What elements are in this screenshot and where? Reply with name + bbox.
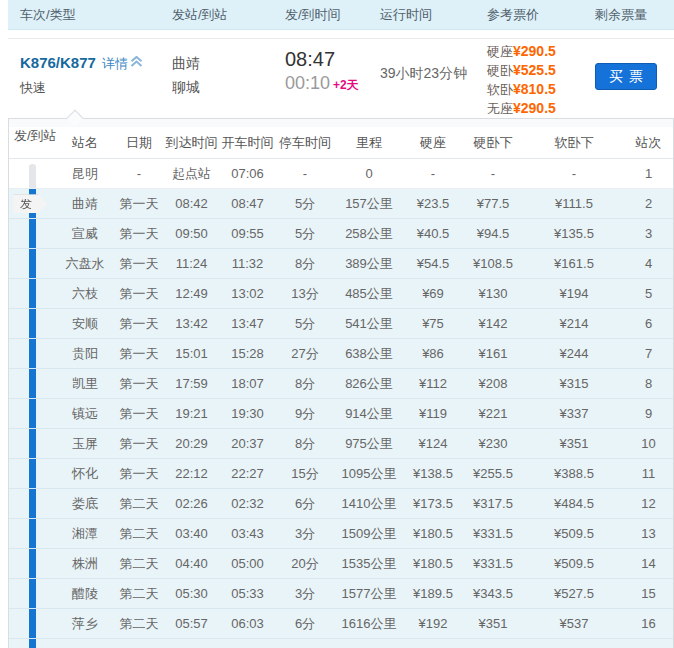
timeline-cell — [9, 609, 56, 638]
hard-seat-price-cell: ¥124 — [404, 436, 462, 451]
timeline-cell — [9, 459, 56, 488]
timeline-cell — [9, 519, 56, 548]
hard-seat-price-cell: ¥138.5 — [404, 466, 462, 481]
stop-seq-cell: 2 — [624, 196, 673, 211]
station-name-cell: 株洲 — [56, 555, 114, 573]
timetable-rows: 昆明-起点站07:06-0---1发曲靖第一天08:4208:475分157公里… — [9, 159, 673, 639]
stop-duration-cell: 8分 — [276, 375, 334, 393]
hard-sleeper-price-cell: ¥317.5 — [462, 496, 524, 511]
arrive-time-cell: 22:12 — [164, 466, 219, 481]
stop-duration-cell: 6分 — [276, 495, 334, 513]
stop-duration-cell: 8分 — [276, 255, 334, 273]
hard-seat-price-cell: ¥75 — [404, 316, 462, 331]
station-row: 萍乡第二天05:5706:036分1616公里¥192¥351¥53716 — [9, 609, 673, 639]
hard-seat-price-cell: ¥119 — [404, 406, 462, 421]
hard-sleeper-price-cell: ¥351 — [462, 616, 524, 631]
day-cell: 第一天 — [114, 405, 164, 423]
soft-sleeper-price-cell: ¥161.5 — [524, 256, 624, 271]
timeline-cell — [9, 219, 56, 248]
stop-duration-cell: 5分 — [276, 225, 334, 243]
departure-badge: 发 — [13, 194, 47, 213]
arrive-time-cell: 08:42 — [164, 196, 219, 211]
chevron-up-icon[interactable] — [130, 53, 143, 71]
arrive-time-cell: 05:57 — [164, 616, 219, 631]
stop-seq-cell: 6 — [624, 316, 673, 331]
station-name-cell: 醴陵 — [56, 585, 114, 603]
distance-cell: 157公里 — [334, 195, 404, 213]
stop-duration-cell: 9分 — [276, 405, 334, 423]
hard-seat-price-cell: ¥54.5 — [404, 256, 462, 271]
hard-sleeper-price-cell: ¥331.5 — [462, 556, 524, 571]
soft-sleeper-price-cell: ¥135.5 — [524, 226, 624, 241]
day-cell: 第二天 — [114, 525, 164, 543]
day-cell: 第二天 — [114, 495, 164, 513]
stop-seq-cell: 8 — [624, 376, 673, 391]
station-row: 宣威第一天09:5009:555分258公里¥40.5¥94.5¥135.53 — [9, 219, 673, 249]
hard-seat-price-cell: ¥180.5 — [404, 526, 462, 541]
station-row: 贵阳第一天15:0115:2827分638公里¥86¥161¥2447 — [9, 339, 673, 369]
stop-duration-cell: - — [276, 166, 334, 181]
stop-duration-cell: 13分 — [276, 285, 334, 303]
buy-ticket-button[interactable]: 买票 — [595, 63, 657, 90]
train-schedule-page: 车次/类型 发站/到站 发/到时间 运行时间 参考票价 剩余票量 K876/K8… — [0, 0, 674, 648]
stop-duration-cell: 3分 — [276, 585, 334, 603]
day-cell: 第一天 — [114, 375, 164, 393]
station-row: 镇远第一天19:2119:309分914公里¥119¥221¥3379 — [9, 399, 673, 429]
soft-sleeper-price-cell: - — [524, 166, 624, 181]
depart-time-cell: 08:47 — [219, 196, 276, 211]
hard-sleeper-price-cell: ¥142 — [462, 316, 524, 331]
col-header-price: 参考票价 — [485, 6, 593, 24]
depart-time-cell: 22:27 — [219, 466, 276, 481]
soft-sleeper-price-cell: ¥484.5 — [524, 496, 624, 511]
timeline-bar — [29, 339, 36, 368]
hard-seat-price-cell: ¥86 — [404, 346, 462, 361]
station-name-cell: 凯里 — [56, 375, 114, 393]
arrive-time-cell: 17:59 — [164, 376, 219, 391]
station-name-cell: 玉屏 — [56, 435, 114, 453]
day-cell: 第一天 — [114, 345, 164, 363]
arrive-time-cell: 09:50 — [164, 226, 219, 241]
station-name-cell: 曲靖 — [56, 195, 114, 213]
price-line-no-seat: 无座¥290.5 — [487, 99, 593, 118]
distance-cell: 826公里 — [334, 375, 404, 393]
train-number: K876/K877 — [20, 54, 96, 71]
day-cell: 第一天 — [114, 195, 164, 213]
price-line-soft-sleeper: 软卧¥810.5 — [487, 80, 593, 99]
arrive-time-cell: 起点站 — [164, 165, 219, 183]
station-name-cell: 镇远 — [56, 405, 114, 423]
timeline-bar — [29, 369, 36, 398]
station-name-cell: 湘潭 — [56, 525, 114, 543]
stop-duration-cell: 20分 — [276, 555, 334, 573]
distance-cell: 1095公里 — [334, 465, 404, 483]
timeline-cell — [9, 339, 56, 368]
th-hard-sleeper: 硬卧下 — [462, 134, 524, 152]
depart-time-cell: 18:07 — [219, 376, 276, 391]
hard-sleeper-price-cell: ¥130 — [462, 286, 524, 301]
distance-cell: 975公里 — [334, 435, 404, 453]
soft-sleeper-price-cell: ¥194 — [524, 286, 624, 301]
timeline-cell — [9, 369, 56, 398]
depart-time-cell: 05:00 — [219, 556, 276, 571]
hard-seat-price-cell: ¥40.5 — [404, 226, 462, 241]
soft-sleeper-price-cell: ¥537 — [524, 616, 624, 631]
timeline-bar — [29, 429, 36, 458]
stop-seq-cell: 5 — [624, 286, 673, 301]
stop-duration-cell: 5分 — [276, 195, 334, 213]
hard-seat-price-cell: ¥112 — [404, 376, 462, 391]
distance-cell: 1577公里 — [334, 585, 404, 603]
to-station: 聊城 — [172, 75, 278, 99]
station-row: 娄底第二天02:2602:326分1410公里¥173.5¥317.5¥484.… — [9, 489, 673, 519]
price-line-hard-sleeper: 硬卧¥525.5 — [487, 61, 593, 80]
col-header-duration: 运行时间 — [378, 6, 485, 24]
soft-sleeper-price-cell: ¥509.5 — [524, 526, 624, 541]
timeline-bar — [29, 549, 36, 578]
soft-sleeper-price-cell: ¥315 — [524, 376, 624, 391]
day-cell: 第一天 — [114, 435, 164, 453]
station-row: 六枝第一天12:4913:0213分485公里¥69¥130¥1945 — [9, 279, 673, 309]
distance-cell: 1616公里 — [334, 615, 404, 633]
soft-sleeper-price-cell: ¥111.5 — [524, 196, 624, 211]
arrive-time-cell: 05:30 — [164, 586, 219, 601]
train-info-cell: K876/K877详情 快速 — [8, 53, 163, 97]
th-stop-time: 停车时间 — [276, 134, 334, 152]
detail-toggle-link[interactable]: 详情 — [102, 56, 128, 71]
